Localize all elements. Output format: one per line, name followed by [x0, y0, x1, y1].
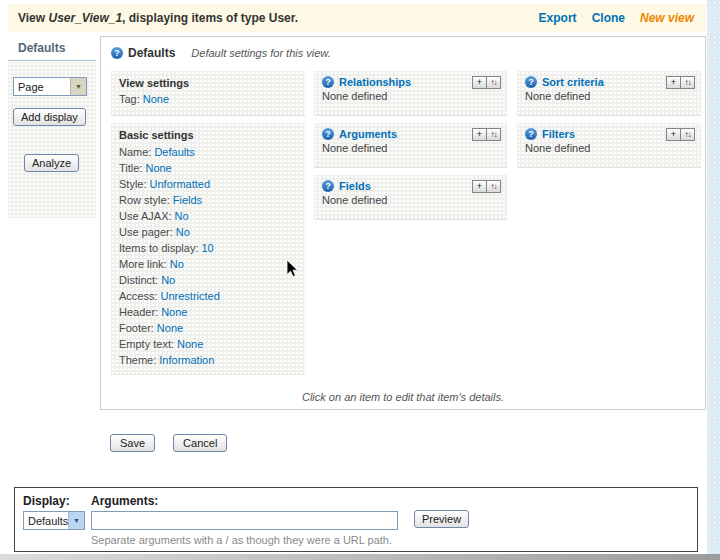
save-button[interactable]: Save: [110, 434, 155, 452]
setting-row-title: Title:None: [119, 160, 297, 176]
arguments-controls: + ↑↓: [472, 128, 501, 141]
rearrange-icon[interactable]: ↑↓: [486, 180, 501, 193]
page-title: View User_View_1, displaying items of ty…: [18, 11, 539, 25]
panel-heading-title: Defaults: [128, 46, 175, 60]
setting-row-distinct: Distinct:No: [119, 272, 297, 288]
add-display-button[interactable]: Add display: [13, 108, 86, 126]
title-prefix: View: [18, 11, 48, 25]
setting-value-link[interactable]: Unrestricted: [161, 290, 220, 302]
setting-value-link[interactable]: No: [161, 274, 175, 286]
page-right-gutter: [707, 0, 720, 554]
filters-title-link[interactable]: Filters: [542, 128, 575, 140]
sort-criteria-box: ? Sort criteria + ↑↓ None defined: [517, 71, 701, 116]
tag-value-link[interactable]: None: [143, 93, 169, 105]
setting-label: More link:: [119, 258, 167, 270]
setting-value-link[interactable]: Defaults: [154, 146, 194, 158]
setting-value-link[interactable]: None: [161, 306, 187, 318]
fields-box: ? Fields + ↑↓ None defined: [314, 175, 507, 220]
new-view-link[interactable]: New view: [640, 11, 694, 25]
arguments-help-text: Separate arguments with a / as though th…: [91, 534, 392, 546]
rearrange-icon[interactable]: ↑↓: [680, 76, 695, 89]
setting-value-link[interactable]: Unformatted: [150, 178, 211, 190]
add-icon[interactable]: +: [472, 180, 487, 193]
analyze-button[interactable]: Analyze: [24, 154, 79, 172]
setting-label: Header:: [119, 306, 158, 318]
help-icon[interactable]: ?: [322, 128, 334, 140]
fields-title-link[interactable]: Fields: [339, 180, 371, 192]
setting-value-link[interactable]: None: [157, 322, 183, 334]
view-editor-panel: ? Defaults Default settings for this vie…: [100, 36, 706, 410]
preview-button[interactable]: Preview: [414, 510, 469, 528]
tab-defaults[interactable]: Defaults: [8, 36, 96, 61]
add-icon[interactable]: +: [472, 76, 487, 89]
setting-row-use-ajax: Use AJAX:No: [119, 208, 297, 224]
panel-heading-description: Default settings for this view.: [191, 47, 330, 59]
preview-display-select[interactable]: Defaults ▼: [23, 511, 85, 530]
relationships-empty-text: None defined: [322, 90, 499, 102]
cancel-button[interactable]: Cancel: [173, 434, 227, 452]
help-icon[interactable]: ?: [525, 76, 537, 88]
relationships-title-link[interactable]: Relationships: [339, 76, 411, 88]
relationships-controls: + ↑↓: [472, 76, 501, 89]
help-icon[interactable]: ?: [322, 76, 334, 88]
form-actions: Save Cancel: [110, 434, 227, 452]
filters-box: ? Filters + ↑↓ None defined: [517, 123, 701, 168]
setting-value-link[interactable]: No: [170, 258, 184, 270]
arguments-empty-text: None defined: [322, 142, 499, 154]
arguments-title-link[interactable]: Arguments: [339, 128, 397, 140]
setting-label: Row style:: [119, 194, 170, 206]
rearrange-icon[interactable]: ↑↓: [680, 128, 695, 141]
preview-section: Display: Arguments: Defaults ▼ Preview S…: [14, 487, 698, 552]
setting-row-footer: Footer:None: [119, 320, 297, 336]
setting-row-style: Style:Unformatted: [119, 176, 297, 192]
display-type-select[interactable]: Page ▼: [13, 77, 87, 96]
filters-empty-text: None defined: [525, 142, 693, 154]
setting-label: Style:: [119, 178, 147, 190]
display-label: Display:: [23, 494, 70, 508]
fields-empty-text: None defined: [322, 194, 499, 206]
tag-label: Tag:: [119, 93, 140, 105]
setting-row-more-link: More link:No: [119, 256, 297, 272]
setting-row-access: Access:Unrestricted: [119, 288, 297, 304]
setting-value-link[interactable]: No: [175, 210, 189, 222]
view-header-bar: View User_View_1, displaying items of ty…: [8, 4, 706, 32]
setting-value-link[interactable]: Fields: [173, 194, 202, 206]
view-settings-title: View settings: [119, 76, 297, 91]
clone-link[interactable]: Clone: [592, 11, 625, 25]
add-icon[interactable]: +: [666, 76, 681, 89]
basic-settings-box: Basic settings Name:Defaults Title:None …: [111, 123, 305, 375]
setting-value-link[interactable]: No: [176, 226, 190, 238]
rearrange-icon[interactable]: ↑↓: [486, 128, 501, 141]
setting-label: Name:: [119, 146, 151, 158]
setting-value-link[interactable]: None: [177, 338, 203, 350]
chevron-down-icon: ▼: [68, 512, 84, 529]
arguments-box: ? Arguments + ↑↓ None defined: [314, 123, 507, 168]
setting-row-empty-text: Empty text:None: [119, 336, 297, 352]
sidebar-body: Page ▼ Add display Analyze: [8, 62, 96, 218]
header-links: Export Clone New view: [539, 11, 694, 25]
setting-value-link[interactable]: Information: [159, 354, 214, 366]
setting-label: Items to display:: [119, 242, 198, 254]
sort-criteria-controls: + ↑↓: [666, 76, 695, 89]
setting-value-link[interactable]: 10: [201, 242, 213, 254]
window-bottom-edge: [0, 554, 720, 560]
setting-label: Use AJAX:: [119, 210, 172, 222]
preview-display-value: Defaults: [24, 515, 68, 527]
setting-label: Use pager:: [119, 226, 173, 238]
display-sidebar: Defaults Page ▼ Add display Analyze: [8, 36, 96, 218]
sort-criteria-title-link[interactable]: Sort criteria: [542, 76, 604, 88]
export-link[interactable]: Export: [539, 11, 577, 25]
setting-label: Distinct:: [119, 274, 158, 286]
rearrange-icon[interactable]: ↑↓: [486, 76, 501, 89]
basic-settings-title: Basic settings: [119, 128, 297, 143]
help-icon[interactable]: ?: [322, 180, 334, 192]
display-type-value: Page: [14, 81, 70, 93]
add-icon[interactable]: +: [666, 128, 681, 141]
add-icon[interactable]: +: [472, 128, 487, 141]
sort-criteria-empty-text: None defined: [525, 90, 693, 102]
chevron-down-icon: ▼: [70, 78, 86, 95]
setting-value-link[interactable]: None: [145, 162, 171, 174]
arguments-input[interactable]: [91, 511, 398, 530]
help-icon[interactable]: ?: [111, 47, 123, 59]
help-icon[interactable]: ?: [525, 128, 537, 140]
